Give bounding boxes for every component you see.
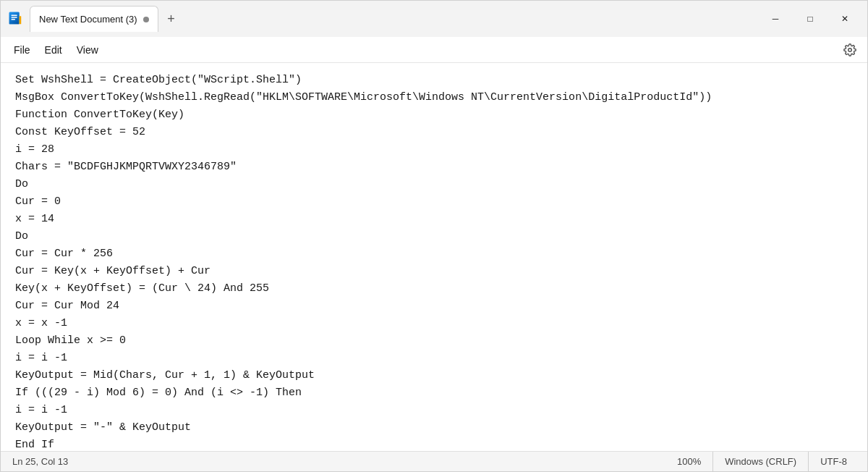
code-editor[interactable]: Set WshShell = CreateObject("WScript.She… [15, 72, 853, 451]
svg-rect-3 [12, 17, 17, 17]
svg-rect-1 [9, 12, 20, 25]
menu-edit[interactable]: Edit [38, 41, 69, 59]
menu-view[interactable]: View [69, 41, 106, 59]
title-bar-left: New Text Document (3) + [7, 6, 753, 32]
settings-icon [843, 43, 856, 56]
svg-rect-5 [20, 16, 22, 24]
tab-unsaved-dot [143, 17, 149, 22]
svg-rect-4 [12, 19, 16, 20]
svg-rect-2 [12, 15, 17, 16]
menu-bar: File Edit View [1, 37, 867, 63]
editor-area[interactable]: Set WshShell = CreateObject("WScript.She… [1, 63, 867, 451]
minimize-button[interactable]: ─ [759, 7, 792, 30]
cursor-position: Ln 25, Col 13 [9, 452, 665, 471]
line-ending[interactable]: Windows (CRLF) [713, 452, 809, 471]
status-bar: Ln 25, Col 13 100% Windows (CRLF) UTF-8 [1, 451, 867, 471]
menu-file[interactable]: File [7, 41, 38, 59]
tab-group: New Text Document (3) + [30, 6, 182, 32]
tab-title: New Text Document (3) [39, 14, 137, 25]
title-bar: New Text Document (3) + ─ □ ✕ [1, 1, 867, 37]
menu-bar-right [838, 38, 861, 62]
window-controls: ─ □ ✕ [759, 7, 861, 30]
add-tab-button[interactable]: + [161, 9, 182, 29]
app-icon [7, 10, 24, 28]
zoom-level[interactable]: 100% [665, 452, 713, 471]
settings-button[interactable] [838, 38, 861, 62]
close-button[interactable]: ✕ [828, 7, 861, 30]
encoding[interactable]: UTF-8 [809, 452, 859, 471]
app-window: New Text Document (3) + ─ □ ✕ File Edit … [0, 0, 868, 472]
maximize-button[interactable]: □ [793, 7, 827, 30]
active-tab[interactable]: New Text Document (3) [30, 6, 158, 32]
